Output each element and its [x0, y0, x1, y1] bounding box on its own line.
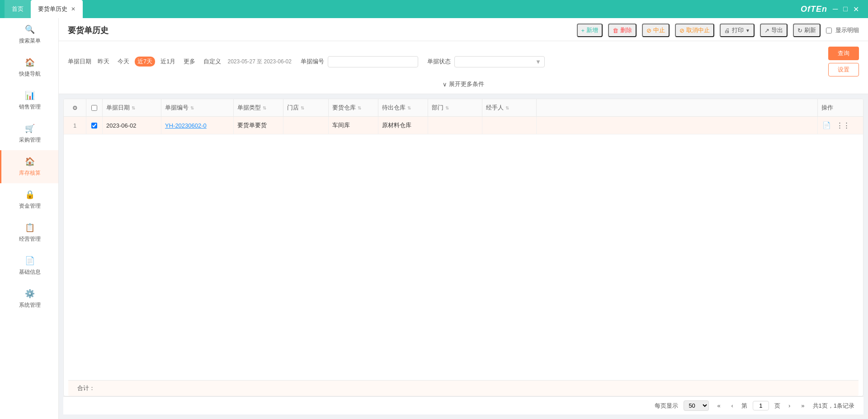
th-store: 门店 ⇅ [283, 99, 329, 116]
sidebar-item-basicinfo-label: 基础信息 [19, 268, 41, 276]
status-select-wrapper: ▼ [454, 56, 545, 67]
new-button[interactable]: + 新增 [577, 24, 603, 37]
th-settings[interactable]: ⚙ [64, 99, 86, 116]
expand-filter-button[interactable]: ∨ 展开更多条件 [68, 80, 859, 88]
minimize-icon[interactable]: ─ [833, 5, 838, 13]
new-label: 新增 [586, 26, 598, 34]
delete-label: 删除 [620, 26, 632, 34]
sort-handler-icon[interactable]: ⇅ [505, 105, 509, 110]
sort-pendingwarehouse-icon[interactable]: ⇅ [407, 105, 411, 110]
sort-date-icon[interactable]: ⇅ [132, 105, 135, 110]
sidebar-item-inventory[interactable]: 🏠 库存核算 [0, 150, 58, 183]
th-handler-label: 经手人 [486, 104, 504, 112]
delete-icon: 🗑 [613, 27, 618, 34]
th-date: 单据日期 ⇅ [103, 99, 161, 116]
sidebar-item-purchase-label: 采购管理 [19, 136, 41, 144]
purchase-icon: 🛒 [25, 124, 35, 133]
export-button[interactable]: ↗ 导出 [760, 24, 788, 37]
td-actions: 📄 ⋮⋮ [818, 117, 863, 134]
sidebar-item-basicinfo[interactable]: 📄 基础信息 [0, 249, 58, 282]
row-edit-icon[interactable]: ⋮⋮ [835, 120, 851, 130]
finance-icon: 🔒 [25, 190, 35, 200]
th-reqwarehouse: 要货仓库 ⇅ [329, 99, 378, 116]
th-orderno: 单据编号 ⇅ [161, 99, 234, 116]
sidebar-item-sysmgmt-label: 系统管理 [19, 301, 41, 309]
refresh-button[interactable]: ↻ 刷新 [793, 24, 821, 37]
date-today[interactable]: 今天 [115, 57, 132, 67]
stop-button[interactable]: ⊘ 中止 [642, 24, 670, 37]
tab-home[interactable]: 首页 [5, 0, 31, 18]
page-header: 要货单历史 + 新增 🗑 删除 ⊘ 中止 ⊘ 取消中止 [59, 18, 868, 41]
show-detail-toggle[interactable]: 显示明细 [826, 26, 859, 34]
status-select[interactable] [454, 56, 545, 67]
export-label: 导出 [771, 26, 783, 34]
date-yesterday[interactable]: 昨天 [95, 57, 112, 67]
date-custom[interactable]: 自定义 [201, 57, 224, 67]
td-dept [428, 117, 482, 134]
status-label: 单据状态 [427, 57, 451, 66]
prev-page-button[interactable]: ‹ [729, 401, 736, 410]
sort-dept-icon[interactable]: ⇅ [445, 105, 449, 110]
orderno-input[interactable] [328, 56, 418, 67]
row-pendingwarehouse: 原材料仓库 [382, 121, 411, 129]
header-actions: + 新增 🗑 删除 ⊘ 中止 ⊘ 取消中止 🖨 打印 [577, 24, 859, 37]
show-detail-checkbox[interactable] [826, 28, 832, 33]
row-checkbox[interactable] [91, 123, 97, 129]
row-number: 1 [73, 122, 76, 129]
sidebar-item-sales[interactable]: 📊 销售管理 [0, 84, 58, 117]
cancel-stop-button[interactable]: ⊘ 取消中止 [675, 24, 714, 37]
top-bar: 首页 要货单历史 ✕ OfTEn ─ □ ✕ [0, 0, 868, 18]
chevron-down-icon: ∨ [443, 81, 447, 88]
sidebar-item-operations-label: 经营管理 [19, 235, 41, 243]
select-all-checkbox[interactable] [91, 105, 97, 111]
sidebar-item-search[interactable]: 🔍 搜索菜单 [0, 18, 58, 51]
tab-order-history[interactable]: 要货单历史 ✕ [31, 0, 83, 18]
th-reqwarehouse-label: 要货仓库 [332, 104, 356, 112]
page-label-prefix: 第 [741, 402, 747, 410]
window-close-icon[interactable]: ✕ [853, 5, 859, 14]
td-handler [482, 117, 537, 134]
per-page-select[interactable]: 50 100 200 [684, 400, 709, 411]
orderno-label: 单据编号 [301, 57, 324, 66]
th-ordertype-label: 单据类型 [237, 104, 261, 112]
sidebar-item-search-label: 搜索菜单 [19, 37, 41, 45]
sort-ordertype-icon[interactable]: ⇅ [263, 105, 266, 110]
sort-orderno-icon[interactable]: ⇅ [190, 105, 194, 110]
th-date-label: 单据日期 [106, 104, 130, 112]
main-layout: 🔍 搜索菜单 🏠 快捷导航 📊 销售管理 🛒 采购管理 🏠 库存核算 🔒 资金管… [0, 18, 868, 419]
sidebar-item-quicknav[interactable]: 🏠 快捷导航 [0, 51, 58, 84]
settings-button[interactable]: 设置 [828, 63, 859, 76]
date-options: 昨天 今天 近7天 近1月 更多 自定义 [95, 57, 224, 67]
sort-store-icon[interactable]: ⇅ [301, 105, 304, 110]
close-tab-icon[interactable]: ✕ [71, 6, 75, 12]
date-more[interactable]: 更多 [181, 57, 198, 67]
print-button[interactable]: 🖨 打印 ▼ [720, 24, 755, 37]
sidebar-item-inventory-label: 库存核算 [19, 169, 41, 177]
date-last7[interactable]: 近7天 [135, 57, 155, 67]
row-orderno-link[interactable]: YH-20230602-0 [165, 122, 207, 129]
sidebar-item-purchase[interactable]: 🛒 采购管理 [0, 117, 58, 150]
last-page-button[interactable]: » [798, 401, 807, 410]
query-button[interactable]: 查询 [828, 47, 859, 60]
sidebar-item-finance[interactable]: 🔒 资金管理 [0, 183, 58, 216]
date-last1month[interactable]: 近1月 [158, 57, 178, 67]
next-page-button[interactable]: › [786, 401, 793, 410]
sidebar-item-sysmgmt[interactable]: ⚙️ 系统管理 [0, 282, 58, 315]
sort-reqwarehouse-icon[interactable]: ⇅ [358, 105, 361, 110]
page-number-input[interactable] [753, 401, 769, 410]
delete-button[interactable]: 🗑 删除 [608, 24, 637, 37]
tab-home-label: 首页 [12, 5, 24, 13]
filter-area: 单据日期 昨天 今天 近7天 近1月 更多 自定义 2023-05-27 至 2… [59, 41, 868, 94]
export-icon: ↗ [764, 27, 769, 34]
th-operations: 操作 [818, 99, 863, 116]
th-pendingwarehouse-label: 待出仓库 [382, 104, 406, 112]
refresh-icon: ↻ [797, 27, 802, 34]
maximize-icon[interactable]: □ [843, 5, 848, 13]
sidebar-item-operations[interactable]: 📋 经营管理 [0, 216, 58, 249]
pagination-bar: 每页显示 50 100 200 « ‹ 第 页 › » 共1页，1条记录 [63, 396, 863, 414]
first-page-button[interactable]: « [714, 401, 723, 410]
td-pendingwarehouse: 原材料仓库 [378, 117, 428, 134]
th-checkbox [86, 99, 103, 116]
row-view-icon[interactable]: 📄 [821, 120, 832, 130]
page-title: 要货单历史 [68, 25, 108, 36]
